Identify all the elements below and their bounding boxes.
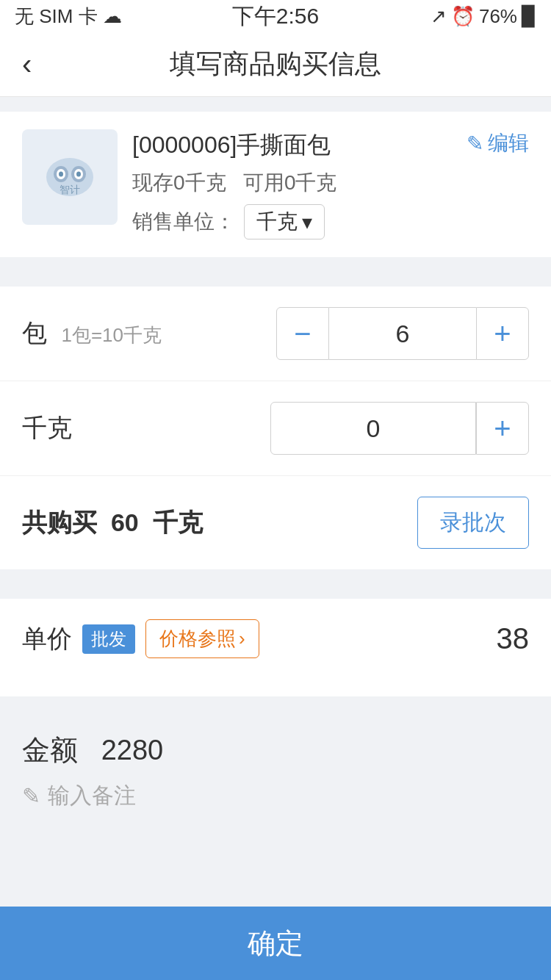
price-row: 单价 批发 价格参照 › 38: [22, 619, 529, 658]
bottom-spacer: [0, 826, 551, 899]
price-section: 单价 批发 价格参照 › 38: [0, 599, 551, 696]
status-right: ↗ ⏰ 76% ▉: [431, 5, 536, 28]
kg-plus-button[interactable]: +: [476, 402, 529, 455]
batch-button[interactable]: 录批次: [417, 497, 529, 549]
status-time: 下午2:56: [232, 1, 319, 32]
svg-text:智计: 智计: [60, 184, 80, 195]
svg-point-6: [76, 172, 81, 177]
quantity-section: 包 1包=10千克 − + 千克 +: [0, 287, 551, 476]
bag-plus-button[interactable]: +: [476, 307, 529, 360]
amount-section: 金额 2280 ✎ 输入备注: [0, 711, 551, 826]
bag-hint: 1包=10千克: [61, 324, 162, 346]
product-actions: ✎ 编辑: [467, 129, 529, 157]
product-thumb-icon: 智计: [40, 155, 99, 199]
battery-icon: ▉: [522, 5, 536, 28]
bag-qty-input[interactable]: [329, 307, 476, 360]
status-left: 无 SIM 卡 ☁: [15, 4, 122, 29]
dropdown-icon: ▾: [302, 210, 312, 234]
status-bar: 无 SIM 卡 ☁ 下午2:56 ↗ ⏰ 76% ▉: [0, 0, 551, 32]
bag-quantity-row: 包 1包=10千克 − +: [0, 287, 551, 381]
product-stock: 现存0千克 可用0千克: [132, 169, 452, 197]
kg-quantity-row: 千克 +: [0, 381, 551, 476]
price-ref-label: 价格参照: [159, 626, 236, 652]
price-ref-button[interactable]: 价格参照 ›: [145, 619, 259, 658]
product-name: [0000006]手撕面包: [132, 129, 452, 162]
amount-row: 金额 2280: [22, 732, 529, 769]
note-placeholder: 输入备注: [48, 781, 136, 811]
price-label-text: 单价: [22, 622, 72, 656]
nav-bar: ‹ 填写商品购买信息: [0, 32, 551, 97]
back-button[interactable]: ‹: [22, 40, 39, 88]
edit-icon: ✎: [467, 131, 483, 156]
svg-point-5: [59, 172, 63, 177]
bag-label: 包 1包=10千克: [22, 317, 276, 350]
bag-minus-button[interactable]: −: [276, 307, 329, 360]
total-amount: 60: [111, 508, 139, 536]
product-card: 智计 [0000006]手撕面包 现存0千克 可用0千克 销售单位： 千克 ▾ …: [0, 112, 551, 257]
price-label: 单价 批发 价格参照 ›: [22, 619, 259, 658]
note-icon: ✎: [22, 783, 40, 809]
stock-available: 可用0千克: [243, 171, 337, 194]
product-unit-row: 销售单位： 千克 ▾: [132, 204, 452, 239]
kg-label: 千克: [22, 411, 270, 445]
section-divider-1: [0, 257, 551, 272]
amount-value: 2280: [101, 735, 164, 765]
total-unit: 千克: [153, 508, 203, 536]
confirm-label: 确定: [248, 925, 303, 962]
kg-qty-controls: +: [270, 402, 529, 455]
confirm-bar[interactable]: 确定: [0, 907, 551, 980]
stock-current: 现存0千克: [132, 171, 226, 194]
section-divider-2: [0, 569, 551, 584]
edit-button[interactable]: ✎ 编辑: [467, 129, 529, 157]
price-value: 38: [497, 622, 530, 655]
total-prefix: 共购买: [22, 508, 97, 536]
sim-label: 无 SIM 卡 ☁: [15, 4, 122, 29]
alarm-icon: ⏰: [451, 5, 475, 28]
unit-value: 千克: [256, 208, 298, 236]
total-row: 共购买 60 千克 录批次: [0, 476, 551, 569]
bag-qty-controls: − +: [276, 307, 529, 360]
note-row[interactable]: ✎ 输入备注: [22, 781, 529, 811]
unit-select[interactable]: 千克 ▾: [244, 204, 325, 239]
product-thumbnail: 智计: [22, 129, 118, 225]
section-divider-3: [0, 696, 551, 711]
page-title: 填写商品购买信息: [170, 46, 381, 82]
product-info: [0000006]手撕面包 现存0千克 可用0千克 销售单位： 千克 ▾: [132, 129, 452, 239]
location-icon: ↗: [431, 5, 447, 28]
unit-label: 销售单位：: [132, 208, 235, 236]
kg-qty-input[interactable]: [270, 402, 476, 455]
price-tag: 批发: [82, 624, 135, 654]
amount-label: 金额: [22, 735, 78, 765]
price-ref-icon: ›: [239, 627, 245, 650]
battery-label: 76%: [479, 5, 517, 28]
total-text: 共购买 60 千克: [22, 506, 203, 540]
edit-label: 编辑: [488, 129, 529, 157]
